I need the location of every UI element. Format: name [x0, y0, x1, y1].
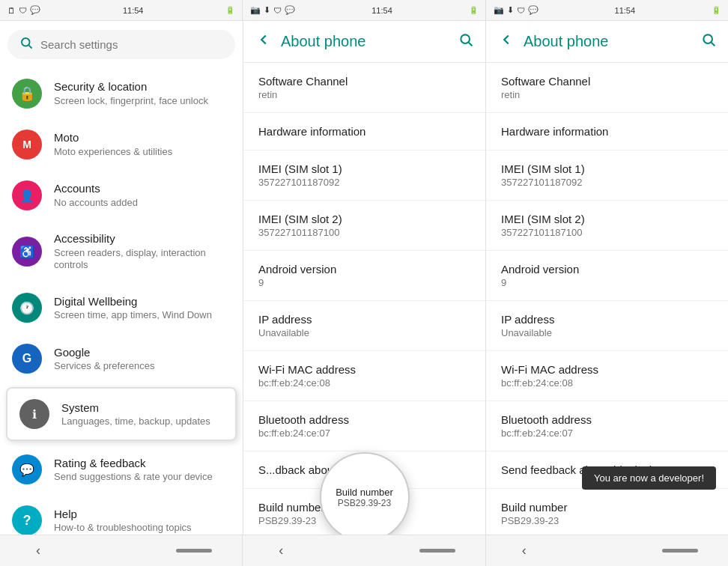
panel-2-header: About phone — [486, 21, 728, 63]
sidebar-item-help[interactable]: ? Help How-to & troubleshooting topics — [0, 495, 243, 535]
rating-subtitle: Send suggestions & rate your device — [54, 471, 231, 484]
battery-icon-1: 🔋 — [225, 6, 234, 14]
panel-wrapper: About phone Software Channel retin Hardw… — [243, 21, 728, 535]
p1-imei2[interactable]: IMEI (SIM slot 2) 357227101187100 — [243, 201, 485, 251]
p2-ip-address-value: Unavailable — [501, 327, 713, 338]
status-time-1: 11:54 — [123, 6, 144, 15]
battery-icon-3: 🔋 — [712, 6, 721, 14]
panel-2-search-icon[interactable] — [701, 32, 716, 52]
nav-pill-1 — [176, 549, 212, 553]
p1-software-channel-value: retin — [258, 89, 470, 100]
nav-section-1: ‹ — [0, 535, 243, 566]
nav-back-button-1[interactable]: ‹ — [30, 540, 46, 562]
status-right-icons-2: 🔋 — [469, 6, 478, 14]
status-right-icons-1: 🔋 — [225, 6, 234, 14]
svg-line-5 — [712, 42, 715, 46]
nav-bar: ‹ ‹ ‹ — [0, 535, 728, 566]
panel-1-search-icon[interactable] — [458, 32, 473, 52]
google-icon: G — [12, 344, 42, 374]
download-icon-3: ⬇ — [507, 5, 514, 15]
svg-point-2 — [461, 34, 470, 43]
p1-hardware-info[interactable]: Hardware information — [243, 113, 485, 150]
chat-icon-3: 💬 — [528, 5, 539, 15]
p2-software-channel-title: Software Channel — [501, 75, 713, 88]
p1-bluetooth-title: Bluetooth address — [258, 413, 470, 426]
p2-imei2[interactable]: IMEI (SIM slot 2) 357227101187100 — [486, 201, 728, 251]
p2-imei1-title: IMEI (SIM slot 1) — [501, 162, 713, 175]
nav-back-button-2[interactable]: ‹ — [273, 540, 289, 562]
chat-icon: 💬 — [30, 5, 40, 15]
nav-section-3: ‹ — [486, 535, 728, 566]
p2-wifi-mac[interactable]: Wi-Fi MAC address bc:ff:eb:24:ce:08 — [486, 351, 728, 401]
p1-imei1-title: IMEI (SIM slot 1) — [258, 162, 470, 175]
moto-icon: M — [12, 130, 42, 159]
panel-1-title: About phone — [281, 33, 449, 50]
panel-1-back-icon[interactable] — [255, 31, 272, 52]
search-input[interactable] — [40, 38, 223, 51]
p2-wifi-mac-value: bc:ff:eb:24:ce:08 — [501, 377, 713, 389]
p1-android-version[interactable]: Android version 9 — [243, 251, 485, 301]
moto-subtitle: Moto experiences & utilities — [54, 146, 231, 159]
p2-imei2-title: IMEI (SIM slot 2) — [501, 213, 713, 225]
sidebar-item-google[interactable]: G Google Services & preferences — [0, 333, 243, 384]
main-layout: 🔒 Security & location Screen lock, finge… — [0, 21, 728, 535]
google-subtitle: Services & preferences — [54, 360, 231, 373]
p1-ip-address[interactable]: IP address Unavailable — [243, 301, 485, 351]
p2-bluetooth-value: bc:ff:eb:24:ce:07 — [501, 427, 713, 439]
panel-2-content: Software Channel retin Hardware informat… — [486, 63, 728, 535]
svg-point-4 — [703, 34, 712, 43]
p2-software-channel[interactable]: Software Channel retin — [486, 63, 728, 113]
help-title: Help — [54, 507, 231, 522]
p2-software-channel-value: retin — [501, 89, 713, 100]
p1-wifi-mac[interactable]: Wi-Fi MAC address bc:ff:eb:24:ce:08 — [243, 351, 485, 401]
accounts-subtitle: No accounts added — [54, 197, 231, 210]
search-bar[interactable] — [7, 30, 235, 59]
chat-icon-2: 💬 — [285, 5, 295, 15]
p2-imei1[interactable]: IMEI (SIM slot 1) 357227101187092 — [486, 150, 728, 201]
sidebar-item-system[interactable]: ℹ System Languages, time, backup, update… — [6, 387, 237, 441]
status-left-icons-2: 📷 ⬇ 🛡 💬 — [250, 5, 295, 15]
p2-ip-address[interactable]: IP address Unavailable — [486, 301, 728, 351]
p1-bluetooth[interactable]: Bluetooth address bc:ff:eb:24:ce:07 — [243, 401, 485, 451]
system-subtitle: Languages, time, backup, updates — [61, 416, 223, 428]
p1-imei1[interactable]: IMEI (SIM slot 1) 357227101187092 — [243, 150, 485, 201]
status-section-1: 🗒 🛡 💬 11:54 🔋 — [0, 0, 242, 20]
p2-wifi-mac-title: Wi-Fi MAC address — [501, 363, 713, 376]
p1-android-version-title: Android version — [258, 263, 470, 276]
accounts-icon: 👤 — [12, 180, 42, 210]
p1-wifi-mac-title: Wi-Fi MAC address — [258, 363, 470, 376]
rating-title: Rating & feedback — [54, 456, 231, 471]
sidebar-item-digital-wellbeing[interactable]: 🕐 Digital Wellbeing Screen time, app tim… — [0, 282, 243, 333]
status-time-2: 11:54 — [371, 6, 392, 15]
nav-back-button-3[interactable]: ‹ — [516, 540, 533, 562]
digital-wellbeing-subtitle: Screen time, app timers, Wind Down — [54, 309, 231, 322]
build-circle-overlay: Build number PSB29.39-23 — [320, 452, 410, 535]
security-title: Security & location — [54, 79, 231, 94]
p2-build-number[interactable]: Build number PSB29.39-23 — [486, 489, 728, 535]
p2-android-version[interactable]: Android version 9 — [486, 251, 728, 301]
download-icon: ⬇ — [264, 5, 270, 15]
p2-hardware-info[interactable]: Hardware information — [486, 113, 728, 150]
p2-android-version-value: 9 — [501, 277, 713, 288]
nav-pill-2 — [419, 549, 455, 553]
rating-icon: 💬 — [12, 454, 42, 484]
p1-software-channel[interactable]: Software Channel retin — [243, 63, 485, 113]
p1-android-version-value: 9 — [258, 277, 470, 288]
p1-ip-address-title: IP address — [258, 313, 470, 326]
sidebar-item-rating[interactable]: 💬 Rating & feedback Send suggestions & r… — [0, 444, 243, 495]
sidebar-item-moto[interactable]: M Moto Moto experiences & utilities — [0, 119, 243, 170]
p1-wifi-mac-value: bc:ff:eb:24:ce:08 — [258, 377, 470, 389]
settings-list: 🔒 Security & location Screen lock, finge… — [0, 68, 243, 535]
accessibility-subtitle: Screen readers, display, interaction con… — [54, 247, 231, 273]
sidebar-item-security[interactable]: 🔒 Security & location Screen lock, finge… — [0, 68, 243, 119]
p2-bluetooth[interactable]: Bluetooth address bc:ff:eb:24:ce:07 — [486, 401, 728, 451]
p2-hardware-info-title: Hardware information — [501, 125, 713, 138]
svg-line-3 — [469, 42, 473, 46]
digital-wellbeing-icon: 🕐 — [12, 293, 42, 323]
sidebar-item-accessibility[interactable]: ♿ Accessibility Screen readers, display,… — [0, 221, 243, 282]
nav-section-2: ‹ — [243, 535, 485, 566]
p1-bluetooth-value: bc:ff:eb:24:ce:07 — [258, 427, 470, 439]
panel-2-back-icon[interactable] — [498, 31, 515, 52]
panel-2: About phone Software Channel retin Hardw… — [486, 21, 728, 535]
sidebar-item-accounts[interactable]: 👤 Accounts No accounts added — [0, 170, 243, 221]
